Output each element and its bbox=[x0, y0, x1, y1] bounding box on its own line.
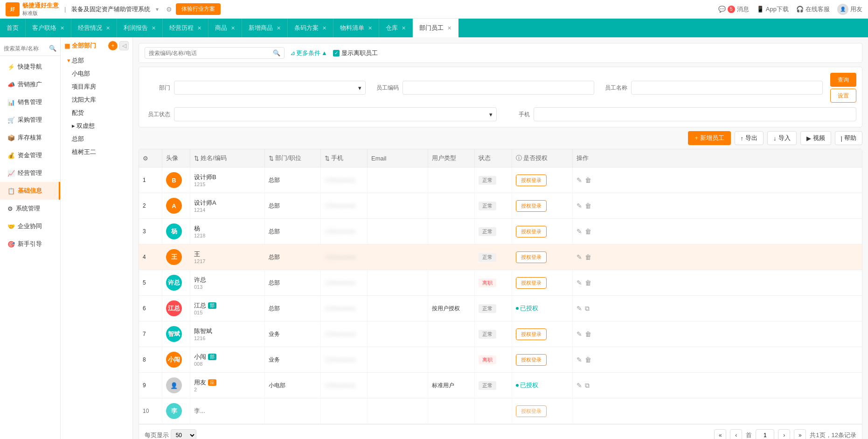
next-page-btn[interactable]: › bbox=[778, 429, 790, 439]
tab-bom-close[interactable]: ✕ bbox=[368, 25, 372, 31]
auth-btn-1[interactable]: 授权登录 bbox=[516, 174, 547, 186]
tab-profit[interactable]: 利润报告 ✕ bbox=[117, 19, 163, 37]
phone-filter-input[interactable] bbox=[534, 107, 856, 121]
copy-icon-6[interactable]: ⧉ bbox=[585, 305, 590, 313]
tab-employee[interactable]: 部门员工 ✕ bbox=[413, 19, 458, 37]
settings-btn[interactable]: 设置 bbox=[830, 89, 856, 103]
video-btn[interactable]: ▶ 视频 bbox=[800, 131, 831, 145]
dept-filter-select[interactable]: ▾ bbox=[174, 81, 366, 95]
tab-customer[interactable]: 客户联络 ✕ bbox=[26, 19, 71, 37]
sidebar-item-system[interactable]: ⚙ 系统管理 bbox=[0, 200, 60, 217]
delete-icon-1[interactable]: 🗑 bbox=[585, 176, 591, 184]
app-download-item[interactable]: 📱 App下载 bbox=[757, 5, 789, 14]
search-input[interactable] bbox=[149, 50, 273, 56]
last-page-btn[interactable]: » bbox=[794, 429, 806, 439]
tab-history[interactable]: 经营历程 ✕ bbox=[163, 19, 208, 37]
tab-operations-close[interactable]: ✕ bbox=[106, 25, 110, 31]
tab-barcode-close[interactable]: ✕ bbox=[322, 25, 326, 31]
tree-item-zongbu[interactable]: 总部 bbox=[64, 132, 129, 146]
sort-name-icon[interactable]: ⇅ bbox=[194, 155, 199, 162]
edit-icon-2[interactable]: ✎ bbox=[576, 202, 582, 209]
tree-item-shuangxu[interactable]: ▸ 双虚想 bbox=[64, 119, 129, 132]
export-btn[interactable]: ↑ 导出 bbox=[735, 131, 764, 145]
employee-name-input[interactable] bbox=[631, 81, 823, 95]
sidebar-item-purchase[interactable]: 🛒 采购管理 bbox=[0, 111, 60, 129]
import-btn[interactable]: ↓ 导入 bbox=[767, 131, 797, 145]
delete-icon-3[interactable]: 🗑 bbox=[585, 228, 591, 235]
tab-warehouse-close[interactable]: ✕ bbox=[402, 25, 406, 31]
auth-btn-8[interactable]: 授权登录 bbox=[516, 354, 547, 366]
sidebar-item-finance[interactable]: 💰 资金管理 bbox=[0, 146, 60, 164]
delete-icon-4[interactable]: 🗑 bbox=[585, 253, 591, 261]
sidebar-item-inventory[interactable]: 📦 库存核算 bbox=[0, 129, 60, 146]
show-resigned-checkbox[interactable]: ✓ bbox=[333, 50, 340, 56]
copy-icon-9[interactable]: ⧉ bbox=[585, 382, 590, 390]
tree-item-xiaodian[interactable]: 小电部 bbox=[64, 67, 129, 80]
tab-employee-close[interactable]: ✕ bbox=[447, 25, 451, 31]
tab-goods-close[interactable]: ✕ bbox=[231, 25, 235, 31]
tab-barcode[interactable]: 条码方案 ✕ bbox=[288, 19, 333, 37]
sidebar-item-business[interactable]: 📈 经营管理 bbox=[0, 164, 60, 182]
tree-item-shenyang[interactable]: 沈阳大库 bbox=[64, 93, 129, 106]
edit-icon-7[interactable]: ✎ bbox=[576, 330, 582, 338]
auth-btn-2[interactable]: 授权登录 bbox=[516, 200, 547, 212]
tab-operations[interactable]: 经营情况 ✕ bbox=[71, 19, 117, 37]
trial-btn[interactable]: 体验行业方案 bbox=[176, 3, 221, 15]
tab-history-close[interactable]: ✕ bbox=[197, 25, 201, 31]
dept-all-label[interactable]: 全部部门 bbox=[72, 42, 96, 50]
sidebar-item-sales[interactable]: 📊 销售管理 bbox=[0, 93, 60, 111]
delete-icon-2[interactable]: 🗑 bbox=[585, 202, 591, 209]
auth-btn-5[interactable]: 授权登录 bbox=[516, 277, 547, 289]
tab-bom[interactable]: 物料清单 ✕ bbox=[333, 19, 379, 37]
tab-profit-close[interactable]: ✕ bbox=[152, 25, 156, 31]
tab-goods[interactable]: 商品 ✕ bbox=[208, 19, 242, 37]
search-input-wrap[interactable]: 🔍 bbox=[145, 47, 285, 59]
add-employee-btn[interactable]: + 新增员工 bbox=[688, 131, 730, 145]
tab-new-goods[interactable]: 新增商品 ✕ bbox=[242, 19, 288, 37]
auth-btn-10[interactable]: 授权登录 bbox=[516, 405, 547, 417]
sidebar-item-guide[interactable]: 🎯 新手引导 bbox=[0, 235, 60, 253]
sort-dept-icon[interactable]: ⇅ bbox=[269, 155, 274, 162]
message-icon-item[interactable]: 💬 5 消息 bbox=[718, 5, 749, 14]
user-item[interactable]: 👤 用友 bbox=[837, 4, 862, 15]
dept-collapse-btn[interactable]: ◁ bbox=[119, 41, 129, 50]
settings-col-icon[interactable]: ⚙ bbox=[143, 155, 148, 162]
sidebar-item-collab[interactable]: 🤝 企业协同 bbox=[0, 217, 60, 235]
more-conditions-btn[interactable]: ⊿ 更多条件 ▲ bbox=[290, 49, 327, 57]
service-item[interactable]: 🎧 在线客服 bbox=[796, 5, 830, 14]
delete-icon-8[interactable]: 🗑 bbox=[585, 356, 591, 363]
employee-code-input[interactable] bbox=[403, 81, 594, 95]
sidebar-item-marketing[interactable]: 📣 营销推广 bbox=[0, 76, 60, 93]
tree-item-peihuo[interactable]: 配货 bbox=[64, 106, 129, 119]
page-input[interactable] bbox=[756, 429, 774, 439]
delete-icon-7[interactable]: 🗑 bbox=[585, 330, 591, 338]
sidebar-item-basic[interactable]: 📋 基础信息 bbox=[0, 182, 60, 200]
tab-customer-close[interactable]: ✕ bbox=[60, 25, 64, 31]
search-btn[interactable]: 查询 bbox=[830, 73, 856, 87]
tab-warehouse[interactable]: 仓库 ✕ bbox=[379, 19, 413, 37]
first-page-btn[interactable]: « bbox=[714, 429, 726, 439]
sidebar-item-nav[interactable]: ⚡ 快捷导航 bbox=[0, 58, 60, 76]
tab-new-goods-close[interactable]: ✕ bbox=[277, 25, 281, 31]
tree-item-headquarters[interactable]: ▾ 总部 bbox=[64, 54, 129, 67]
auth-btn-3[interactable]: 授权登录 bbox=[516, 226, 547, 237]
edit-icon-9[interactable]: ✎ bbox=[576, 382, 582, 389]
edit-icon-5[interactable]: ✎ bbox=[576, 279, 582, 286]
sidebar-search-input[interactable] bbox=[4, 45, 49, 52]
edit-icon-4[interactable]: ✎ bbox=[576, 253, 582, 261]
tab-home[interactable]: 首页 bbox=[0, 19, 26, 37]
prev-page-btn[interactable]: ‹ bbox=[730, 429, 742, 439]
show-resigned-toggle[interactable]: ✓ 显示离职员工 bbox=[333, 49, 378, 57]
sidebar-search[interactable]: 🔍 bbox=[0, 41, 60, 56]
edit-icon-6[interactable]: ✎ bbox=[576, 305, 582, 312]
tree-item-project[interactable]: 项目库房 bbox=[64, 80, 129, 93]
help-btn[interactable]: | 帮助 bbox=[835, 131, 862, 145]
auth-btn-7[interactable]: 授权登录 bbox=[516, 328, 547, 340]
settings-icon[interactable]: ⚙ bbox=[166, 6, 172, 13]
page-size-select[interactable]: 50 100 200 bbox=[171, 429, 196, 439]
auth-btn-4[interactable]: 授权登录 bbox=[516, 251, 547, 263]
edit-icon-3[interactable]: ✎ bbox=[576, 228, 582, 235]
tree-item-zhishu[interactable]: 植树王二 bbox=[64, 146, 129, 159]
status-filter-select[interactable]: ▾ bbox=[174, 107, 497, 121]
edit-icon-8[interactable]: ✎ bbox=[576, 356, 582, 363]
